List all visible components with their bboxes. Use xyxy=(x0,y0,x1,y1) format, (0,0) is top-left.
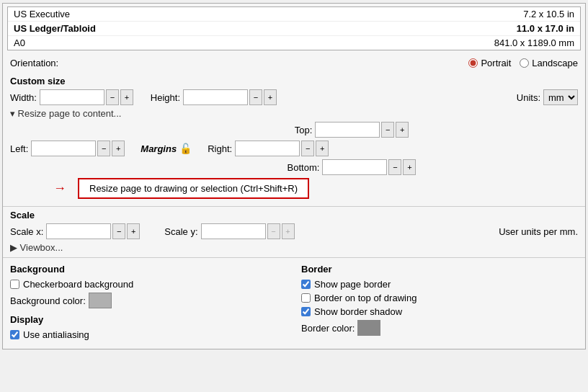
border-color-swatch[interactable] xyxy=(357,320,380,336)
right-spinner: 0.00000 − + xyxy=(235,141,329,156)
scale-y-minus-button: − xyxy=(267,223,280,239)
top-spinner: 0.00000 − + xyxy=(315,122,409,138)
viewbox-link[interactable]: ▶ Viewbox... xyxy=(10,242,63,253)
resize-page-button[interactable]: Resize page to drawing or selection (Ctr… xyxy=(78,178,309,199)
scale-x-minus-button[interactable]: − xyxy=(112,223,125,239)
red-arrow-icon: → xyxy=(53,181,66,196)
bg-color-swatch[interactable] xyxy=(89,293,112,308)
units-per-mm-label: User units per mm. xyxy=(499,226,578,237)
antialiasing-label: Use antialiasing xyxy=(23,329,89,340)
show-shadow-checkbox[interactable] xyxy=(301,307,311,316)
scale-x-spinner: 1.00000 − + xyxy=(46,223,140,239)
width-label: Width: xyxy=(10,92,37,103)
left-label: Left: xyxy=(10,143,28,154)
left-input[interactable]: 0.00000 xyxy=(31,141,96,156)
list-item-size: 841.0 x 1189.0 mm xyxy=(494,37,574,48)
width-plus-button[interactable]: + xyxy=(120,89,133,105)
landscape-label: Landscape xyxy=(532,58,578,68)
bottom-spinner: 0.00000 − + xyxy=(322,159,416,175)
portrait-radio[interactable] xyxy=(468,58,478,68)
display-title: Display xyxy=(10,314,287,325)
bottom-label: Bottom: xyxy=(288,162,320,173)
resize-content-link[interactable]: ▾ Resize page to content... xyxy=(10,108,121,119)
list-item[interactable]: US Executive 7.2 x 10.5 in xyxy=(8,7,580,22)
viewbox-row: ▶ Viewbox... xyxy=(10,242,578,253)
scale-title: Scale xyxy=(10,210,578,220)
bottom-plus-button[interactable]: + xyxy=(403,159,416,175)
show-page-border-checkbox[interactable] xyxy=(301,280,311,289)
left-spinner: 0.00000 − + xyxy=(31,141,125,156)
bottom-section: Background Checkerboard background Backg… xyxy=(3,258,585,349)
right-plus-button[interactable]: + xyxy=(316,141,329,156)
list-item-name: A0 xyxy=(14,37,25,48)
scale-x-input[interactable]: 1.00000 xyxy=(46,223,111,239)
border-on-top-checkbox[interactable] xyxy=(301,293,311,303)
units-label: Units: xyxy=(517,92,540,103)
portrait-option[interactable]: Portrait xyxy=(468,58,511,68)
resize-drawing-row: → Resize page to drawing or selection (C… xyxy=(10,178,578,199)
lock-icon[interactable]: 🔓 xyxy=(179,142,192,155)
units-select[interactable]: mm in px xyxy=(543,89,578,105)
list-item-name: US Executive xyxy=(14,9,70,19)
right-minus-button[interactable]: − xyxy=(301,141,314,156)
scale-y-spinner: 1.00000 − + xyxy=(201,223,295,239)
custom-size-title: Custom size xyxy=(10,76,578,86)
right-input[interactable]: 0.00000 xyxy=(235,141,300,156)
border-col: Border Show page border Border on top of… xyxy=(301,264,578,343)
orientation-radio-group: Portrait Landscape xyxy=(468,58,578,68)
antialiasing-checkbox[interactable] xyxy=(10,330,19,339)
height-input[interactable]: 297.00000 xyxy=(183,89,248,105)
left-minus-button[interactable]: − xyxy=(97,141,110,156)
resize-content-row: ▾ Resize page to content... xyxy=(10,108,578,119)
landscape-radio[interactable] xyxy=(520,58,529,68)
scale-x-plus-button[interactable]: + xyxy=(127,223,140,239)
bg-color-label: Background color: xyxy=(10,295,86,306)
list-item[interactable]: A0 841.0 x 1189.0 mm xyxy=(8,36,580,50)
page-size-list[interactable]: US Executive 7.2 x 10.5 in US Ledger/Tab… xyxy=(7,6,581,50)
list-item-size: 7.2 x 10.5 in xyxy=(523,9,574,19)
top-plus-button[interactable]: + xyxy=(396,122,409,138)
right-label: Right: xyxy=(208,143,232,154)
height-minus-button[interactable]: − xyxy=(249,89,262,105)
checkerboard-row: Checkerboard background xyxy=(10,279,287,290)
height-plus-button[interactable]: + xyxy=(264,89,277,105)
width-minus-button[interactable]: − xyxy=(106,89,119,105)
show-page-border-row: Show page border xyxy=(301,279,578,290)
scale-x-label: Scale x: xyxy=(10,226,43,237)
scale-y-input[interactable]: 1.00000 xyxy=(201,223,266,239)
background-title: Background xyxy=(10,264,287,275)
height-label: Height: xyxy=(151,92,180,103)
bottom-margin-row: Bottom: 0.00000 − + xyxy=(10,159,578,175)
border-color-label: Border color: xyxy=(301,323,355,334)
margins-main-row: Left: 0.00000 − + Margins 🔓 Right: 0.000… xyxy=(10,141,578,156)
bottom-minus-button[interactable]: − xyxy=(388,159,401,175)
width-height-row: Width: 210.00000 − + Height: 297.00000 −… xyxy=(10,89,578,105)
scale-section: Scale Scale x: 1.00000 − + Scale y: 1.00… xyxy=(3,207,585,258)
width-spinner: 210.00000 − + xyxy=(40,89,133,105)
orientation-label: Orientation: xyxy=(10,58,58,68)
custom-size-section: Custom size Width: 210.00000 − + Height:… xyxy=(3,73,585,207)
show-shadow-label: Show border shadow xyxy=(314,306,402,317)
border-on-top-row: Border on top of drawing xyxy=(301,293,578,303)
top-minus-button[interactable]: − xyxy=(381,122,394,138)
list-item[interactable]: US Ledger/Tabloid 11.0 x 17.0 in xyxy=(8,22,580,36)
border-on-top-label: Border on top of drawing xyxy=(314,293,416,303)
checkerboard-checkbox[interactable] xyxy=(10,280,19,289)
left-plus-button[interactable]: + xyxy=(112,141,125,156)
width-input[interactable]: 210.00000 xyxy=(40,89,104,105)
list-item-size: 11.0 x 17.0 in xyxy=(517,23,574,34)
background-display-col: Background Checkerboard background Backg… xyxy=(10,264,287,343)
scale-y-label: Scale y: xyxy=(164,226,197,237)
landscape-option[interactable]: Landscape xyxy=(520,58,578,68)
orientation-row: Orientation: Portrait Landscape xyxy=(3,53,585,73)
bottom-input[interactable]: 0.00000 xyxy=(322,159,387,175)
top-input[interactable]: 0.00000 xyxy=(315,122,380,138)
show-page-border-label: Show page border xyxy=(314,279,391,290)
border-title: Border xyxy=(301,264,578,275)
height-spinner: 297.00000 − + xyxy=(183,89,277,105)
margins-label: Margins xyxy=(141,143,177,154)
list-item-name: US Ledger/Tabloid xyxy=(14,23,96,34)
checkerboard-label: Checkerboard background xyxy=(23,279,133,290)
show-shadow-row: Show border shadow xyxy=(301,306,578,317)
top-label: Top: xyxy=(295,125,313,135)
